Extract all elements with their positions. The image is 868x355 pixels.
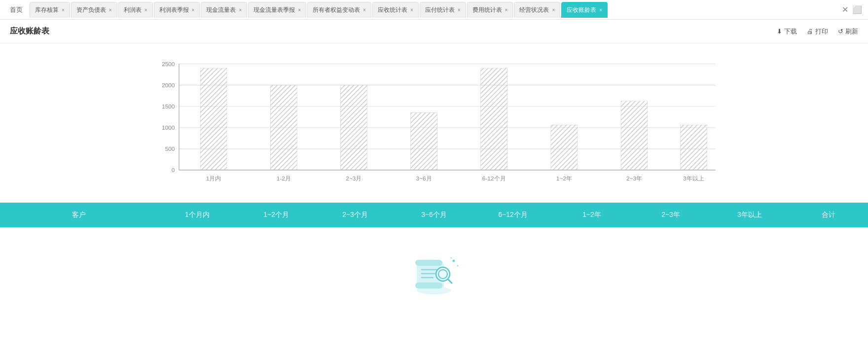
close-icon[interactable]: ×	[552, 7, 555, 13]
svg-rect-19	[411, 113, 437, 170]
svg-text:2~3月: 2~3月	[346, 175, 362, 182]
col-1-2year: 1~2年	[552, 211, 631, 219]
col-customer: 客户	[0, 211, 158, 219]
col-total: 合计	[789, 211, 868, 219]
close-icon[interactable]: ×	[192, 7, 195, 13]
svg-rect-21	[481, 68, 507, 170]
tab-cashflow[interactable]: 现金流量表 ×	[201, 2, 247, 18]
svg-point-41	[453, 260, 455, 262]
minimize-button[interactable]: ✕	[842, 5, 848, 14]
header-actions: ⬇ 下载 🖨 打印 ↺ 刷新	[777, 27, 858, 36]
page-header: 应收账龄表 ⬇ 下载 🖨 打印 ↺ 刷新	[0, 20, 868, 43]
tab-inventory[interactable]: 库存核算 ×	[30, 2, 70, 18]
col-1-2month: 1~2个月	[237, 211, 316, 219]
svg-rect-17	[340, 85, 367, 170]
svg-text:1500: 1500	[162, 103, 175, 110]
download-icon: ⬇	[777, 28, 782, 35]
col-3year-plus: 3年以上	[710, 211, 789, 219]
svg-rect-34	[415, 283, 442, 288]
refresh-icon: ↺	[838, 28, 843, 35]
print-icon: 🖨	[807, 28, 813, 35]
close-icon[interactable]: ×	[599, 7, 602, 13]
tab-equity[interactable]: 所有者权益变动表 ×	[307, 2, 371, 18]
close-icon[interactable]: ×	[145, 7, 147, 13]
main-content: 0 500 1000 1500 2000 2500 1月内 1-2月 2~3月 …	[0, 43, 868, 355]
svg-line-40	[448, 279, 452, 283]
tab-bar: 首页 库存核算 × 资产负债表 × 利润表 × 利润表季报 × 现金流量表 × …	[0, 0, 868, 20]
svg-text:1-2月: 1-2月	[277, 175, 291, 182]
tab-ar-aging[interactable]: 应收账龄表 ×	[561, 2, 608, 18]
col-1month: 1个月内	[158, 211, 237, 219]
col-2-3month: 2~3个月	[316, 211, 395, 219]
close-icon[interactable]: ×	[363, 7, 366, 13]
maximize-button[interactable]: ⬜	[852, 5, 862, 14]
col-2-3year: 2~3年	[631, 211, 710, 219]
tab-expense-stat[interactable]: 费用统计表 ×	[467, 2, 513, 18]
refresh-button[interactable]: ↺ 刷新	[838, 27, 858, 36]
svg-rect-23	[551, 125, 578, 170]
empty-state	[0, 227, 868, 316]
svg-text:500: 500	[165, 145, 175, 152]
svg-rect-13	[200, 68, 227, 170]
svg-point-42	[457, 265, 459, 267]
svg-rect-33	[415, 260, 442, 266]
tab-balance[interactable]: 资产负债表 ×	[71, 2, 117, 18]
svg-rect-25	[621, 101, 648, 170]
svg-text:3年以上: 3年以上	[683, 175, 704, 182]
svg-text:0: 0	[172, 167, 175, 174]
bar-chart: 0 500 1000 1500 2000 2500 1月内 1-2月 2~3月 …	[20, 53, 848, 191]
col-3-6month: 3~6个月	[395, 211, 473, 219]
close-icon[interactable]: ×	[109, 7, 112, 13]
svg-rect-15	[270, 85, 297, 170]
page-title: 应收账龄表	[10, 26, 49, 36]
svg-rect-27	[681, 125, 707, 170]
tab-cashflow-quarterly[interactable]: 现金流量表季报 ×	[248, 2, 306, 18]
svg-text:2000: 2000	[162, 82, 175, 89]
download-button[interactable]: ⬇ 下载	[777, 27, 797, 36]
svg-text:3~6月: 3~6月	[416, 175, 432, 182]
print-button[interactable]: 🖨 打印	[807, 27, 828, 36]
tab-home[interactable]: 首页	[4, 2, 29, 18]
tab-payable-stat[interactable]: 应付统计表 ×	[420, 2, 466, 18]
svg-text:1000: 1000	[162, 124, 175, 131]
close-icon[interactable]: ×	[410, 7, 413, 13]
col-6-12month: 6~12个月	[473, 211, 552, 219]
chart-area: 0 500 1000 1500 2000 2500 1月内 1-2月 2~3月 …	[0, 43, 868, 203]
svg-text:1月内: 1月内	[206, 175, 221, 182]
svg-point-43	[451, 257, 452, 259]
tab-profit-quarterly[interactable]: 利润表季报 ×	[154, 2, 200, 18]
svg-text:1~2年: 1~2年	[556, 175, 572, 182]
svg-text:6-12个月: 6-12个月	[482, 175, 506, 182]
tab-operation[interactable]: 经营状况表 ×	[514, 2, 560, 18]
close-icon[interactable]: ×	[62, 7, 65, 13]
tab-receivable-stat[interactable]: 应收统计表 ×	[372, 2, 419, 18]
close-icon[interactable]: ×	[505, 7, 508, 13]
close-icon[interactable]: ×	[239, 7, 242, 13]
close-icon[interactable]: ×	[298, 7, 301, 13]
tab-profit[interactable]: 利润表 ×	[118, 2, 153, 18]
table-header: 客户 1个月内 1~2个月 2~3个月 3~6个月 6~12个月 1~2年 2~…	[0, 203, 868, 227]
svg-text:2500: 2500	[162, 61, 175, 68]
empty-state-icon	[404, 247, 464, 296]
close-icon[interactable]: ×	[458, 7, 461, 13]
window-actions: ✕ ⬜	[842, 5, 864, 14]
svg-text:2~3年: 2~3年	[626, 175, 642, 182]
